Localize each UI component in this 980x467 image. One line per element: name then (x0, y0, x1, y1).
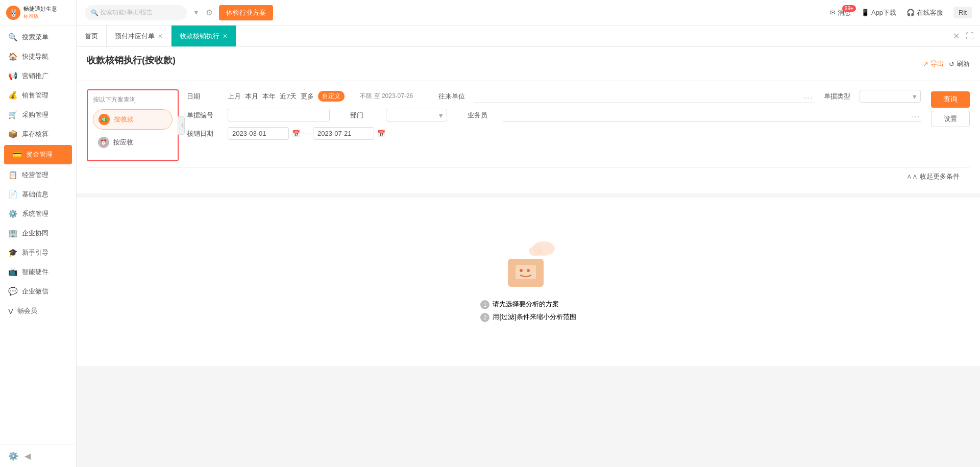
docnum-label: 单据编号 (187, 111, 217, 120)
search-placeholder: 搜索功能/单据/报告 (100, 8, 153, 17)
sidebar-item-base[interactable]: 📄 基础信息 (0, 185, 76, 204)
sidebar-item-wechat[interactable]: 💬 企业微信 (0, 282, 76, 301)
collapse-more-bar: ∧∧ 收起更多条件 (87, 167, 970, 185)
collapse-icon: ∧∧ (906, 173, 918, 180)
sidebar-item-finance[interactable]: 💳 资金管理 (4, 145, 72, 164)
system-icon: ⚙️ (8, 209, 18, 218)
last-month-btn[interactable]: 上月 (228, 92, 241, 101)
service-btn[interactable]: 🎧 在线客服 (906, 8, 943, 17)
settings-footer-icon[interactable]: ⚙️ (8, 451, 18, 461)
message-badge: 99+ (842, 5, 856, 12)
top-bar-right: ✉ 消息 99+ 📱 App下载 🎧 在线客服 Rit (830, 7, 972, 18)
sidebar-item-search[interactable]: 🔍 搜索菜单 (0, 28, 76, 47)
tab-collection-close[interactable]: ✕ (223, 33, 228, 40)
more-btn[interactable]: 更多 (301, 92, 314, 101)
user-menu[interactable]: Rit (953, 7, 972, 18)
sidebar-item-sales[interactable]: 💰 销售管理 (0, 86, 76, 105)
finance-icon: 💳 (12, 150, 22, 159)
empty-state: 1 请先选择要分析的方案 2 用[过滤]条件来缩小分析范围 (77, 198, 980, 366)
verify-date-range: 📅 — 📅 (228, 127, 385, 140)
doctype-label: 单据类型 (824, 92, 854, 101)
empty-svg (498, 238, 559, 289)
svg-point-5 (529, 246, 543, 256)
step2-text: 用[过滤]条件来缩小分析范围 (493, 312, 576, 322)
sidebar-item-inventory[interactable]: 📦 库存核算 (0, 125, 76, 144)
verify-end-calendar-icon[interactable]: 📅 (377, 130, 385, 137)
app-download-btn[interactable]: 📱 App下载 (861, 8, 896, 17)
phone-icon: 📱 (861, 9, 869, 16)
industry-btn[interactable]: 体验行业方案 (219, 5, 273, 20)
messages-btn[interactable]: ✉ 消息 99+ (830, 8, 851, 17)
search-box[interactable]: 🔍 搜索功能/单据/报告 (85, 5, 187, 20)
svg-point-3 (527, 269, 530, 272)
staff-dots[interactable]: ... (911, 110, 921, 119)
sidebar-item-system[interactable]: ⚙️ 系统管理 (0, 204, 76, 224)
filter-section: 按以下方案查询 💵 按收款 ⏰ 按应收 《 (77, 81, 980, 193)
step1-text: 请先选择要分析的方案 (493, 300, 559, 309)
collection-icon: 💵 (99, 114, 110, 125)
svg-point-2 (520, 269, 523, 272)
left-panel-collapse-btn[interactable]: 《 (178, 116, 185, 135)
sidebar-item-hardware[interactable]: 📺 智能硬件 (0, 262, 76, 282)
inventory-icon: 📦 (8, 130, 18, 139)
this-month-btn[interactable]: 本月 (245, 92, 258, 101)
headset-icon: 🎧 (906, 9, 915, 16)
verify-start-date[interactable] (228, 127, 289, 140)
tab-home[interactable]: 首页 (77, 26, 107, 46)
sidebar-item-purchase[interactable]: 🛒 采购管理 (0, 105, 76, 125)
tab-prepay[interactable]: 预付冲应付单 ✕ (107, 26, 172, 46)
sidebar-item-guide[interactable]: 🎓 新手引导 (0, 243, 76, 262)
empty-illustration (498, 238, 559, 289)
filter-by-collection[interactable]: 💵 按收款 (93, 109, 173, 130)
date-limit: 不限 至 2023-07-26 (360, 92, 413, 101)
search-icon-topbar: 🔍 (91, 9, 99, 16)
sidebar-menu: 🔍 搜索菜单 🏠 快捷导航 📢 营销推广 💰 销售管理 🛒 采购管理 📦 库存核… (0, 26, 76, 445)
main-area: 🔍 搜索功能/单据/报告 ▼ ⚙ 体验行业方案 ✉ 消息 99+ 📱 App下载… (77, 0, 980, 467)
step1-num: 1 (480, 300, 489, 309)
step2-num: 2 (480, 313, 489, 322)
tab-collection[interactable]: 收款核销执行 ✕ (172, 26, 236, 46)
staff-label: 业务员 (468, 111, 498, 120)
wechat-icon: 💬 (8, 287, 18, 296)
date-dash: — (303, 130, 310, 137)
sidebar-item-quick-nav[interactable]: 🏠 快捷导航 (0, 47, 76, 66)
verify-start-calendar-icon[interactable]: 📅 (292, 130, 300, 137)
tab-expand-icon[interactable]: ⛶ (966, 32, 974, 41)
filter-by-receivable[interactable]: ⏰ 按应收 (93, 133, 173, 152)
tab-prepay-close[interactable]: ✕ (158, 33, 163, 40)
guide-icon: 🎓 (8, 248, 18, 257)
empty-text-block: 1 请先选择要分析的方案 2 用[过滤]条件来缩小分析范围 (480, 300, 576, 325)
counterparty-dots[interactable]: ... (804, 91, 814, 101)
collapse-sidebar-icon[interactable]: ◀ (24, 451, 31, 461)
top-bar: 🔍 搜索功能/单据/报告 ▼ ⚙ 体验行业方案 ✉ 消息 99+ 📱 App下载… (77, 0, 980, 26)
sidebar: 🐰 畅捷通好生意 标准版 🔍 搜索菜单 🏠 快捷导航 📢 营销推广 💰 销售管理… (0, 0, 77, 467)
search-icon: 🔍 (8, 33, 18, 42)
7days-btn[interactable]: 近7天 (280, 92, 297, 101)
biz-icon: 📋 (8, 170, 18, 180)
custom-btn[interactable]: 自定义 (318, 91, 345, 102)
collapse-more-btn[interactable]: ∧∧ 收起更多条件 (906, 173, 960, 180)
sidebar-footer: ⚙️ ◀ (0, 445, 76, 467)
setting-btn[interactable]: 设置 (931, 111, 970, 127)
dept-select[interactable] (386, 109, 447, 121)
verify-end-date[interactable] (313, 127, 374, 140)
this-year-btn[interactable]: 本年 (262, 92, 276, 101)
logo-text: 畅捷通好生意 (23, 5, 57, 12)
sidebar-item-corp[interactable]: 🏢 企业协同 (0, 224, 76, 243)
sidebar-item-marketing[interactable]: 📢 营销推广 (0, 66, 76, 86)
export-btn[interactable]: ↗ 导出 (923, 59, 944, 68)
tab-bar: 首页 预付冲应付单 ✕ 收款核销执行 ✕ ✕ ⛶ (77, 26, 980, 47)
tab-close-all-icon[interactable]: ✕ (953, 31, 960, 41)
sidebar-item-biz[interactable]: 📋 经营管理 (0, 165, 76, 185)
purchase-icon: 🛒 (8, 110, 18, 119)
date-label: 日期 (187, 92, 217, 101)
sidebar-item-member[interactable]: V 畅会员 (0, 301, 76, 321)
refresh-btn[interactable]: ↺ 刷新 (949, 59, 970, 68)
doctype-select[interactable] (860, 90, 921, 103)
docnum-input[interactable] (228, 109, 330, 121)
content-area: 收款核销执行(按收款) ↗ 导出 ↺ 刷新 按以下方案查询 (77, 47, 980, 467)
gear-icon[interactable]: ⚙ (206, 8, 213, 17)
refresh-icon: ↺ (949, 60, 954, 68)
dropdown-arrow-icon[interactable]: ▼ (193, 9, 200, 16)
query-btn[interactable]: 查询 (931, 91, 970, 108)
